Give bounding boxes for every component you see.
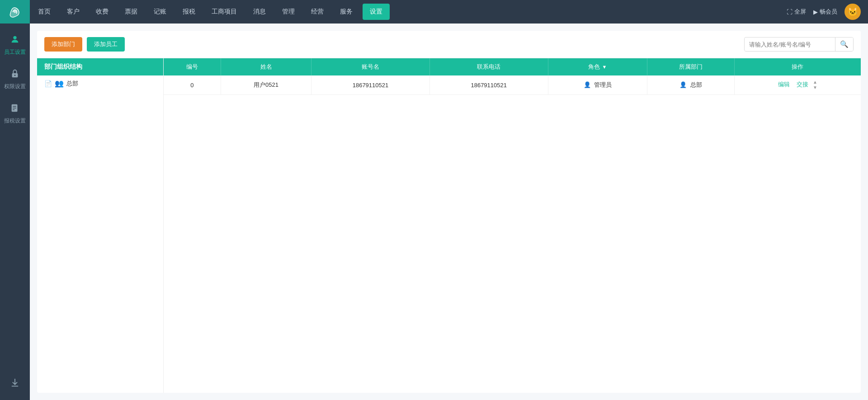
sidebar: 员工设置 权限设置 报税设置 bbox=[0, 24, 30, 400]
logo[interactable] bbox=[0, 0, 30, 24]
nav-bookkeeping[interactable]: 记账 bbox=[146, 0, 175, 24]
col-role[interactable]: 角色 ▼ bbox=[548, 58, 647, 75]
col-action: 操作 bbox=[734, 58, 861, 75]
svg-point-1 bbox=[13, 36, 16, 39]
nav-tax[interactable]: 报税 bbox=[175, 0, 203, 24]
sidebar-item-tax-settings[interactable]: 报税设置 bbox=[0, 97, 30, 131]
nav-service[interactable]: 服务 bbox=[332, 0, 361, 24]
file-icon: 📄 bbox=[44, 80, 52, 87]
sidebar-bottom bbox=[0, 372, 30, 395]
col-id: 编号 bbox=[164, 58, 221, 75]
employee-icon bbox=[10, 34, 20, 47]
tax-settings-icon bbox=[10, 103, 20, 115]
table-row: 0 用户0521 18679110521 18679110521 👤 管理员 👤 bbox=[164, 75, 861, 95]
edit-link[interactable]: 编辑 bbox=[778, 81, 790, 88]
user-group-icon: 👥 bbox=[55, 79, 64, 88]
employee-table: 编号 姓名 账号名 联系电话 角色 ▼ 所属部门 bbox=[164, 58, 861, 95]
user-avatar[interactable]: 🐱 bbox=[844, 4, 861, 20]
cell-dept: 👤 总部 bbox=[647, 75, 735, 95]
nav-business[interactable]: 工商项目 bbox=[203, 0, 245, 24]
scroll-up-icon[interactable]: ▲ bbox=[813, 80, 817, 85]
table-panel: 编号 姓名 账号名 联系电话 角色 ▼ 所属部门 bbox=[164, 58, 861, 393]
nav-home[interactable]: 首页 bbox=[30, 0, 59, 24]
top-navigation: 首页 客户 收费 票据 记账 报税 工商项目 消息 管理 经营 服务 设置 ⛶ … bbox=[0, 0, 868, 24]
nav-billing[interactable]: 收费 bbox=[88, 0, 117, 24]
role-icon: 👤 bbox=[584, 81, 591, 88]
search-icon: 🔍 bbox=[840, 40, 849, 48]
sidebar-download-btn[interactable] bbox=[0, 372, 30, 395]
transfer-link[interactable]: 交接 bbox=[797, 81, 808, 88]
cell-phone: 18679110521 bbox=[429, 75, 548, 95]
col-name: 姓名 bbox=[221, 58, 311, 75]
nav-invoice[interactable]: 票据 bbox=[117, 0, 146, 24]
col-dept: 所属部门 bbox=[647, 58, 735, 75]
nav-manage[interactable]: 管理 bbox=[274, 0, 303, 24]
add-emp-button[interactable]: 添加员工 bbox=[87, 37, 125, 52]
nav-settings[interactable]: 设置 bbox=[363, 4, 390, 20]
tree-item-root[interactable]: 📄 👥 总部 bbox=[37, 75, 163, 91]
sidebar-item-employee[interactable]: 员工设置 bbox=[0, 28, 30, 62]
panel-body: 部门组织结构 📄 👥 总部 编号 姓名 账号名 bbox=[37, 58, 861, 393]
cell-role: 👤 管理员 bbox=[548, 75, 647, 95]
col-phone: 联系电话 bbox=[429, 58, 548, 75]
nav-customer[interactable]: 客户 bbox=[59, 0, 88, 24]
lock-icon bbox=[10, 69, 20, 81]
tree-panel: 部门组织结构 📄 👥 总部 bbox=[37, 58, 164, 393]
download-icon bbox=[10, 378, 20, 389]
member-btn[interactable]: ▶ 畅会员 bbox=[813, 8, 837, 16]
cell-account: 18679110521 bbox=[311, 75, 430, 95]
cell-name: 用户0521 bbox=[221, 75, 311, 95]
search-button[interactable]: 🔍 bbox=[835, 38, 853, 51]
svg-point-0 bbox=[14, 10, 16, 13]
fullscreen-icon: ⛶ bbox=[787, 9, 793, 15]
nav-items: 首页 客户 收费 票据 记账 报税 工商项目 消息 管理 经营 服务 设置 bbox=[30, 0, 787, 24]
nav-message[interactable]: 消息 bbox=[245, 0, 274, 24]
tree-item-label: 总部 bbox=[66, 80, 78, 88]
add-dept-button[interactable]: 添加部门 bbox=[44, 37, 82, 52]
svg-rect-8 bbox=[12, 386, 19, 386]
cell-actions: 编辑 交接 ▲ ▼ bbox=[734, 75, 861, 95]
svg-point-3 bbox=[14, 75, 16, 76]
main-layout: 员工设置 权限设置 报税设置 bbox=[0, 24, 868, 400]
filter-icon: ▼ bbox=[602, 64, 607, 70]
nav-operation[interactable]: 经营 bbox=[303, 0, 332, 24]
sidebar-item-permission[interactable]: 权限设置 bbox=[0, 62, 30, 97]
toolbar: 添加部门 添加员工 🔍 bbox=[37, 31, 861, 58]
fullscreen-btn[interactable]: ⛶ 全屏 bbox=[787, 8, 806, 16]
play-icon: ▶ bbox=[813, 9, 818, 15]
nav-right: ⛶ 全屏 ▶ 畅会员 🐱 bbox=[787, 4, 868, 20]
tree-header: 部门组织结构 bbox=[37, 58, 163, 75]
search-input[interactable] bbox=[745, 38, 835, 51]
cell-id: 0 bbox=[164, 75, 221, 95]
col-account: 账号名 bbox=[311, 58, 430, 75]
dept-icon: 👤 bbox=[679, 81, 687, 88]
scroll-down-icon[interactable]: ▼ bbox=[813, 85, 817, 90]
content-area: 添加部门 添加员工 🔍 部门组织结构 📄 👥 总部 bbox=[30, 24, 868, 400]
search-box: 🔍 bbox=[744, 37, 854, 52]
content-inner: 添加部门 添加员工 🔍 部门组织结构 📄 👥 总部 bbox=[37, 31, 861, 393]
